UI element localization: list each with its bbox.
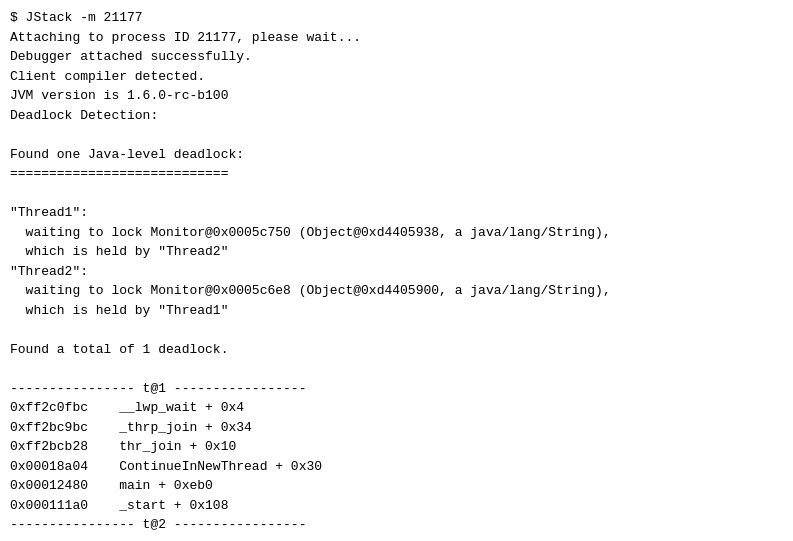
- terminal-output: $ JStack -m 21177 Attaching to process I…: [10, 8, 783, 535]
